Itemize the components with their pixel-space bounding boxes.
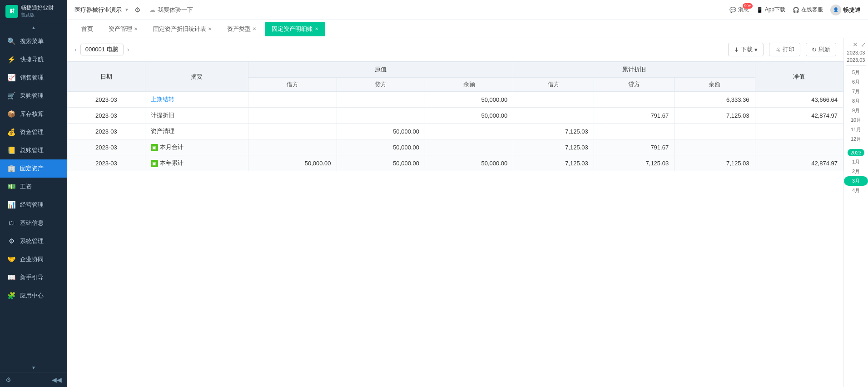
- experience-icon: ☁: [149, 6, 155, 13]
- col-net: 净值: [755, 62, 843, 92]
- sidebar-item-inventory[interactable]: 📦 库存核算: [0, 105, 67, 123]
- sidebar-item-label: 企业协同: [20, 255, 44, 263]
- right-panel-close-btn[interactable]: ✕: [853, 41, 858, 48]
- message-btn[interactable]: 💬 消息 99+: [729, 6, 749, 14]
- sidebar-item-label: 采购管理: [20, 92, 44, 100]
- cell-date: 2023-03: [68, 124, 145, 139]
- company-dropdown-icon: ▼: [124, 7, 129, 12]
- print-label: 打印: [783, 45, 794, 54]
- service-btn[interactable]: 🎧 在线客服: [793, 6, 823, 14]
- tab-depreciation-label: 固定资产折旧统计表: [153, 25, 206, 33]
- tab-asset-mgmt[interactable]: 资产管理 ✕: [102, 22, 144, 36]
- sidebar-item-fixedasset[interactable]: 🏢 固定资产: [0, 159, 67, 178]
- col-orig-credit: 贷方: [337, 78, 425, 92]
- col-summary: 摘要: [145, 62, 248, 92]
- tab-asset-mgmt-close[interactable]: ✕: [134, 26, 138, 31]
- tab-asset-mgmt-label: 资产管理: [109, 25, 132, 33]
- tab-depreciation-stat[interactable]: 固定资产折旧统计表 ✕: [146, 22, 218, 36]
- tab-asset-type[interactable]: 资产类型 ✕: [220, 22, 263, 36]
- message-badge: 99+: [743, 3, 752, 9]
- topbar-settings-icon[interactable]: ⚙: [134, 6, 140, 14]
- cell-date: 2023-03: [68, 139, 145, 155]
- tab-asset-type-close[interactable]: ✕: [253, 26, 256, 31]
- sidebar-item-purchase[interactable]: 🛒 采购管理: [0, 87, 67, 105]
- sidebar-item-fund[interactable]: 💰 资金管理: [0, 123, 67, 141]
- sidebar-item-operation[interactable]: 📊 经营管理: [0, 196, 67, 214]
- col-orig-balance: 余额: [425, 78, 513, 92]
- cell-accum-credit: 791.67: [594, 108, 674, 124]
- sidebar-item-system[interactable]: ⚙ 系统管理: [0, 232, 67, 250]
- right-panel-expand-btn[interactable]: ⤢: [861, 41, 866, 48]
- col-accum-debit: 借方: [513, 78, 594, 92]
- timeline-month-item[interactable]: 6月: [844, 77, 868, 87]
- cell-orig-balance: 50,000.00: [425, 108, 513, 124]
- cell-summary: 资产清理: [145, 124, 248, 139]
- cell-accum-debit: [513, 108, 594, 124]
- sales-icon: 📈: [7, 74, 15, 82]
- print-btn[interactable]: 🖨 打印: [769, 43, 800, 56]
- tab-asset-detail-close[interactable]: ✕: [315, 26, 318, 31]
- sidebar-item-quicknav[interactable]: ⚡ 快捷导航: [0, 50, 67, 69]
- experience-btn[interactable]: ☁ 我要体验一下: [149, 6, 193, 14]
- timeline-month-item[interactable]: 1月: [844, 157, 868, 167]
- download-icon: ⬇: [734, 46, 739, 53]
- user-menu[interactable]: 👤 畅捷通: [830, 5, 861, 15]
- next-asset-btn[interactable]: ›: [127, 46, 129, 53]
- cell-orig-credit: 50,000.00: [337, 124, 425, 139]
- timeline-month-item[interactable]: 7月: [844, 87, 868, 96]
- sidebar-item-sales[interactable]: 📈 销售管理: [0, 69, 67, 87]
- timeline-month-item[interactable]: 8月: [844, 96, 868, 106]
- topbar: 医疗器械行业演示 ▼ ⚙ ☁ 我要体验一下 💬 消息 99+ 📱 App下载 🎧…: [67, 0, 868, 20]
- search-icon: 🔍: [7, 37, 15, 45]
- print-icon: 🖨: [775, 46, 781, 53]
- sidebar-scroll-up[interactable]: ▲: [0, 23, 67, 32]
- prev-asset-btn[interactable]: ‹: [74, 46, 77, 53]
- cell-orig-debit: [248, 139, 337, 155]
- timeline-months-before: 5月6月7月8月9月10月11月12月: [844, 68, 868, 144]
- settings-bottom-icon[interactable]: ⚙: [5, 376, 11, 383]
- timeline-month-item[interactable]: 5月: [844, 68, 868, 77]
- service-icon: 🎧: [793, 7, 799, 13]
- sidebar-scroll-down[interactable]: ▼: [0, 363, 67, 372]
- timeline-month-item[interactable]: 2月: [844, 167, 868, 176]
- sidebar-item-guide[interactable]: 📖 新手引导: [0, 268, 67, 287]
- tab-asset-detail[interactable]: 固定资产明细账 ✕: [265, 22, 325, 36]
- cell-summary: ▣本年累计: [145, 155, 248, 171]
- timeline-month-item[interactable]: 12月: [844, 134, 868, 144]
- cell-accum-debit: 7,125.03: [513, 139, 594, 155]
- cell-orig-debit: [248, 124, 337, 139]
- sidebar-item-basic[interactable]: 🗂 基础信息: [0, 214, 67, 232]
- col-date: 日期: [68, 62, 145, 92]
- tabs-bar: 首页 资产管理 ✕ 固定资产折旧统计表 ✕ 资产类型 ✕ 固定资产明细账 ✕: [67, 20, 868, 38]
- timeline-month-item[interactable]: 4月: [844, 186, 868, 195]
- timeline-month-item[interactable]: 10月: [844, 115, 868, 125]
- timeline-month-item[interactable]: 9月: [844, 106, 868, 115]
- col-accum-credit: 贷方: [594, 78, 674, 92]
- tab-depreciation-close[interactable]: ✕: [208, 26, 212, 31]
- sidebar-item-appstore[interactable]: 🧩 应用中心: [0, 287, 67, 305]
- tab-home[interactable]: 首页: [74, 22, 100, 36]
- collapse-icon[interactable]: ◀◀: [52, 376, 62, 383]
- cell-orig-credit: [337, 92, 425, 108]
- cell-orig-debit: [248, 92, 337, 108]
- timeline-month-item[interactable]: 3月: [844, 176, 868, 186]
- cell-accum-credit: 791.67: [594, 139, 674, 155]
- download-btn[interactable]: ⬇ 下载 ▾: [728, 43, 764, 56]
- timeline-month-item[interactable]: 11月: [844, 125, 868, 134]
- guide-icon: 📖: [7, 273, 15, 282]
- refresh-btn[interactable]: ↻ 刷新: [806, 43, 836, 56]
- cell-accum-balance: 7,125.03: [675, 108, 755, 124]
- download-btn[interactable]: 📱 App下载: [756, 6, 785, 14]
- cell-net-value: 43,666.64: [755, 92, 843, 108]
- cell-date: 2023-03: [68, 92, 145, 108]
- cell-orig-debit: 50,000.00: [248, 155, 337, 171]
- cell-net-value: [755, 139, 843, 155]
- ledger-icon: 📒: [7, 146, 15, 154]
- company-selector[interactable]: 医疗器械行业演示 ▼: [74, 6, 129, 14]
- sidebar-item-label: 库存核算: [20, 110, 44, 118]
- sidebar-item-search[interactable]: 🔍 搜索菜单: [0, 32, 67, 50]
- sidebar-item-collab[interactable]: 🤝 企业协同: [0, 250, 67, 268]
- sidebar-item-payroll[interactable]: 💵 工资: [0, 178, 67, 196]
- sidebar-item-ledger[interactable]: 📒 总账管理: [0, 141, 67, 159]
- system-icon: ⚙: [7, 237, 15, 245]
